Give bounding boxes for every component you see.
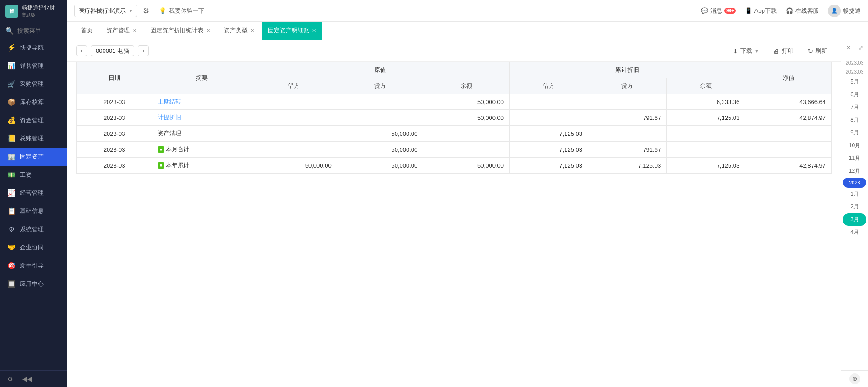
- sidebar-item-fixed-assets[interactable]: 🏢 固定资产: [0, 148, 67, 166]
- company-selector[interactable]: 医疗器械行业演示 ▼: [74, 5, 137, 17]
- tab-asset-mgmt[interactable]: 资产管理 ✕: [100, 22, 143, 40]
- sidebar-item-purchase[interactable]: 🛒 采购管理: [0, 75, 67, 93]
- sidebar-item-label: 快捷导航: [20, 44, 44, 52]
- timeline-month[interactable]: 8月: [843, 114, 866, 126]
- tag-icon: ■: [158, 146, 164, 153]
- timeline-month[interactable]: 12月: [843, 165, 866, 177]
- cell-summary: ■本年累计: [152, 158, 251, 174]
- close-panel-icon[interactable]: ✕: [844, 43, 853, 52]
- tab-close-icon[interactable]: ✕: [250, 28, 254, 34]
- timeline-month[interactable]: 4月: [843, 226, 866, 238]
- cell-summary: ■本月合计: [152, 142, 251, 158]
- cell-dep-balance: [667, 126, 745, 142]
- cell-dep-debit: 7,125.03: [509, 158, 588, 174]
- sidebar-item-cooperation[interactable]: 🤝 企业协同: [0, 238, 67, 257]
- cell-orig-balance: 50,000.00: [423, 158, 510, 174]
- sidebar-item-guide[interactable]: 🎯 新手引导: [0, 257, 67, 275]
- settings-icon[interactable]: ⚙: [7, 375, 13, 382]
- timeline-month[interactable]: 7月: [843, 101, 866, 114]
- cell-dep-debit: [509, 110, 588, 126]
- sidebar-item-salary[interactable]: 💵 工资: [0, 166, 67, 184]
- orig-debit-header: 借方: [251, 78, 337, 94]
- timeline-add-icon[interactable]: ⊕: [849, 373, 860, 384]
- sidebar-item-sales[interactable]: 📊 销售管理: [0, 57, 67, 75]
- tab-depreciation-stats[interactable]: 固定资产折旧统计表 ✕: [144, 22, 217, 40]
- topbar-right: 💬 消息 99+ 📱 App下载 🎧 在线客服 👤 畅捷通: [701, 5, 861, 17]
- timeline-month[interactable]: 2月: [843, 201, 866, 213]
- sidebar-item-ledger[interactable]: 📒 总账管理: [0, 129, 67, 148]
- expand-panel-icon[interactable]: ⤢: [856, 43, 865, 52]
- action-buttons: ⬇ 下载 ▼ 🖨 打印 ↻ 刷新: [729, 45, 832, 57]
- tab-home[interactable]: 首页: [74, 22, 99, 40]
- timeline-year-badge[interactable]: 2023: [843, 178, 866, 188]
- tab-close-icon[interactable]: ✕: [206, 28, 210, 34]
- tab-close-icon[interactable]: ✕: [312, 28, 316, 34]
- sidebar-item-finance[interactable]: 💰 资金管理: [0, 111, 67, 129]
- cell-summary: 资产清理: [152, 126, 251, 142]
- download-button[interactable]: ⬇ 下载 ▼: [729, 45, 764, 57]
- sidebar-item-system[interactable]: ⚙ 系统管理: [0, 220, 67, 238]
- cell-dep-debit: 7,125.03: [509, 126, 588, 142]
- tab-label: 资产管理: [106, 26, 130, 35]
- tabbar: 首页 资产管理 ✕ 固定资产折旧统计表 ✕ 资产类型 ✕ 固定资产明细账 ✕: [67, 22, 868, 40]
- timeline-month[interactable]: 11月: [843, 152, 866, 164]
- sidebar-item-basic-info[interactable]: 📋 基础信息: [0, 202, 67, 220]
- cell-orig-credit: [337, 94, 423, 110]
- timeline-month[interactable]: 5月: [843, 76, 866, 88]
- tab-asset-type[interactable]: 资产类型 ✕: [218, 22, 261, 40]
- download-label: 下载: [740, 47, 752, 55]
- cooperation-icon: 🤝: [7, 243, 15, 252]
- user-profile-button[interactable]: 👤 畅捷通: [828, 5, 861, 17]
- print-button[interactable]: 🖨 打印: [769, 45, 798, 57]
- timeline-month[interactable]: 6月: [843, 89, 866, 101]
- sidebar-item-label: 工资: [20, 171, 32, 179]
- sidebar-item-inventory[interactable]: 📦 库存核算: [0, 93, 67, 111]
- cell-orig-balance: [423, 126, 510, 142]
- topbar-settings-icon[interactable]: ⚙: [143, 6, 149, 15]
- dep-credit-header: 贷方: [588, 78, 667, 94]
- next-asset-button[interactable]: ›: [138, 45, 149, 56]
- timeline-panel: ✕ ⤢ 2023.03 2023.03 5月6月7月8月9月10月11月12月 …: [841, 40, 868, 387]
- print-label: 打印: [782, 47, 794, 55]
- asset-id-badge: 000001 电脑: [91, 45, 134, 56]
- tab-label: 固定资产折旧统计表: [150, 26, 203, 35]
- sidebar-item-label: 新手引导: [20, 262, 44, 270]
- sidebar-item-label: 应用中心: [20, 280, 44, 288]
- app-name: 畅捷通好业财 普及版: [22, 5, 55, 18]
- sidebar-item-quick-nav[interactable]: ⚡ 快捷导航: [0, 39, 67, 57]
- topbar: 医疗器械行业演示 ▼ ⚙ 💡 我要体验一下 💬 消息 99+ 📱 App下载 🎧…: [67, 0, 868, 22]
- basic-info-icon: 📋: [7, 207, 15, 215]
- sales-icon: 📊: [7, 62, 15, 70]
- collapse-sidebar-icon[interactable]: ◀◀: [22, 375, 32, 382]
- summary-link[interactable]: 计提折旧: [158, 114, 181, 121]
- timeline-month[interactable]: 9月: [843, 127, 866, 139]
- timeline-month[interactable]: 3月: [843, 213, 866, 226]
- table-row: 2023-03 ■本月合计 50,000.00 7,125.03 791.67: [77, 142, 832, 158]
- sidebar-item-app-center[interactable]: 🔲 应用中心: [0, 275, 67, 293]
- sidebar-item-search[interactable]: 🔍 搜索菜单: [0, 23, 67, 39]
- guide-icon: 🎯: [7, 262, 15, 270]
- sidebar-nav: 🔍 搜索菜单 ⚡ 快捷导航 📊 销售管理 🛒 采购管理 📦 库存核算 💰 资金管…: [0, 23, 67, 370]
- content-main: ‹ 000001 电脑 › ⬇ 下载 ▼ 🖨 打印 ↻: [67, 40, 841, 387]
- tab-close-icon[interactable]: ✕: [133, 28, 137, 34]
- purchase-icon: 🛒: [7, 80, 15, 88]
- timeline-month[interactable]: 1月: [843, 188, 866, 200]
- cell-orig-balance: 50,000.00: [423, 110, 510, 126]
- tab-asset-ledger[interactable]: 固定资产明细账 ✕: [262, 22, 322, 40]
- refresh-button[interactable]: ↻ 刷新: [804, 45, 832, 57]
- notifications-badge: 99+: [724, 8, 736, 14]
- notifications-icon: 💬: [701, 7, 708, 14]
- sidebar-item-operations[interactable]: 📈 经营管理: [0, 184, 67, 202]
- app-download-button[interactable]: 📱 App下载: [745, 7, 777, 15]
- summary-link[interactable]: 上期结转: [158, 98, 181, 105]
- prev-asset-button[interactable]: ‹: [76, 45, 87, 56]
- sidebar: 畅 畅捷通好业财 普及版 🔍 搜索菜单 ⚡ 快捷导航 📊 销售管理 🛒 采购管理…: [0, 0, 67, 387]
- timeline-month[interactable]: 10月: [843, 139, 866, 152]
- notifications-button[interactable]: 💬 消息 99+: [701, 7, 736, 15]
- customer-service-button[interactable]: 🎧 在线客服: [786, 7, 819, 15]
- dep-balance-header: 余额: [667, 78, 745, 94]
- sidebar-item-label: 资金管理: [20, 116, 44, 124]
- summary-tag: ■本月合计: [158, 145, 189, 154]
- app-title: 畅捷通好业财: [22, 5, 55, 12]
- experience-button[interactable]: 💡 我要体验一下: [154, 5, 209, 17]
